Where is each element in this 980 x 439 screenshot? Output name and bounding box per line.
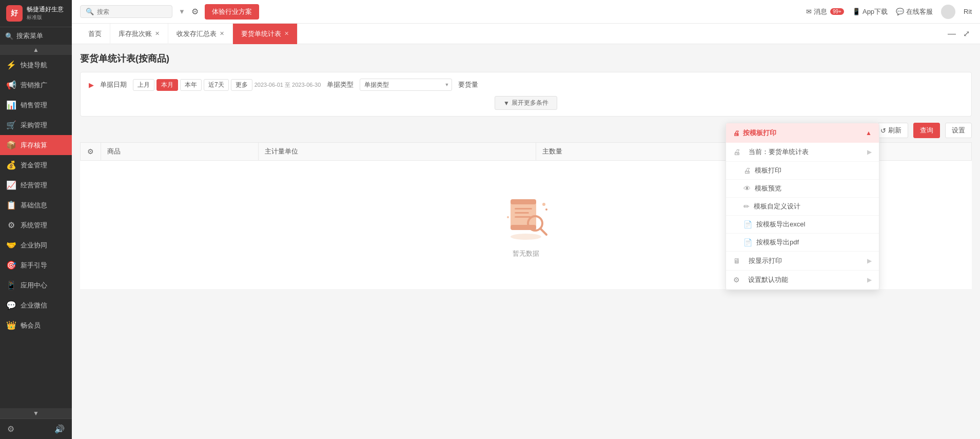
dropdown-section-export-pdf: 📄 按模板导出pdf (726, 234, 879, 252)
template-print-icon: 🖨 (743, 166, 751, 175)
sidebar-item-member[interactable]: 👑 畅会员 (0, 315, 72, 335)
tab-receipt-summary-close[interactable]: ✕ (220, 30, 224, 37)
template-preview-item[interactable]: 👁 模板预览 (726, 180, 879, 197)
current-template-label: 当前：要货单统计表 (749, 147, 809, 157)
expand-more-label: 展开更多条件 (512, 99, 548, 107)
template-export-pdf-icon: 📄 (743, 238, 752, 246)
sidebar-item-quick-nav[interactable]: ⚡ 快捷导航 (0, 55, 72, 75)
online-service-btn[interactable]: 💬 在线客服 (896, 7, 933, 16)
print-dropdown-title: 按模板打印 (743, 128, 776, 138)
sidebar-item-enterprise-wechat[interactable]: 💬 企业微信 (0, 295, 72, 315)
topbar-dropdown-chevron[interactable]: ▼ (179, 8, 185, 15)
app-version: 标准版 (27, 14, 64, 21)
current-template-item[interactable]: 🖨 当前：要货单统计表 ▶ (726, 143, 879, 161)
tab-order-stats[interactable]: 要货单统计表 ✕ (233, 24, 298, 44)
app-center-icon: 📱 (6, 280, 16, 290)
sidebar-item-finance[interactable]: 💰 资金管理 (0, 155, 72, 175)
filter-expand-arrow[interactable]: ▶ (89, 81, 94, 89)
display-print-label: 按显示打印 (749, 256, 782, 265)
tab-inventory-batch[interactable]: 库存批次账 ✕ (110, 24, 168, 44)
tab-order-stats-close[interactable]: ✕ (284, 30, 289, 37)
date-btn-this-month[interactable]: 本月 (156, 79, 178, 91)
template-print-item[interactable]: 🖨 模板打印 (726, 162, 879, 179)
sidebar-scroll-up[interactable]: ▲ (0, 45, 72, 55)
topbar-search-box[interactable]: 🔍 (80, 5, 172, 18)
settings-footer-icon[interactable]: ⚙ (7, 424, 14, 434)
template-export-pdf-item[interactable]: 📄 按模板导出pdf (726, 234, 879, 251)
date-btn-7days[interactable]: 近7天 (204, 79, 229, 91)
tabs-expand-btn[interactable]: ⤢ (961, 27, 972, 41)
sidebar-item-basic-info[interactable]: 📋 基础信息 (0, 195, 72, 215)
message-icon: ✉ (806, 8, 812, 15)
print-dropdown-header-left: 🖨 按模板打印 (733, 128, 776, 138)
member-icon: 👑 (6, 320, 16, 330)
topbar: 🔍 ▼ ⚙ 体验行业方案 ✉ 消息 99+ 📱 App下载 💬 在线客服 Rit (72, 0, 980, 24)
sidebar-item-enterprise[interactable]: 🤝 企业协同 (0, 235, 72, 255)
tab-inventory-batch-close[interactable]: ✕ (155, 30, 160, 37)
sidebar-item-newbie[interactable]: 🎯 新手引导 (0, 255, 72, 275)
dropdown-section-template-custom: ✏ 模板自定义设计 (726, 198, 879, 216)
type-select[interactable]: 单据类型 (360, 79, 452, 91)
tab-inventory-batch-label: 库存批次账 (119, 29, 152, 39)
date-filter-label: 单据日期 (100, 80, 127, 89)
tab-receipt-summary-label: 收发存汇总表 (177, 29, 217, 39)
template-custom-label: 模板自定义设计 (754, 202, 800, 211)
tab-home[interactable]: 首页 (80, 24, 110, 44)
table-col-product: 商品 (101, 143, 259, 161)
topbar-search-input[interactable] (97, 8, 159, 15)
sidebar-scroll-down[interactable]: ▼ (0, 408, 72, 418)
query-btn[interactable]: 查询 (913, 123, 940, 138)
date-buttons-group: 上月 本月 本年 近7天 更多 2023-06-01 至 2023-06-30 (133, 79, 321, 91)
template-custom-icon: ✏ (743, 202, 750, 211)
print-header-icon: 🖨 (733, 129, 740, 137)
operation-icon: 📈 (6, 180, 16, 190)
date-btn-last-month[interactable]: 上月 (133, 79, 154, 91)
page-title: 要货单统计表(按商品) (80, 52, 972, 65)
sidebar-item-operation[interactable]: 📈 经营管理 (0, 175, 72, 195)
dropdown-section-display-print: 🖥 按显示打印 ▶ (726, 252, 879, 271)
print-dropdown-up-chevron[interactable]: ▲ (866, 129, 872, 137)
settings-btn[interactable]: 设置 (945, 123, 972, 138)
sidebar-item-label: 系统管理 (21, 221, 47, 230)
inventory-icon: 📦 (6, 140, 16, 150)
sidebar-item-system[interactable]: ⚙ 系统管理 (0, 215, 72, 235)
trial-btn[interactable]: 体验行业方案 (205, 4, 259, 20)
finance-icon: 💰 (6, 160, 16, 170)
date-btn-more[interactable]: 更多 (231, 79, 252, 91)
filter-panel: ▶ 单据日期 上月 本月 本年 近7天 更多 2023-06-01 至 2023… (80, 72, 972, 117)
display-print-item[interactable]: 🖥 按显示打印 ▶ (726, 252, 879, 270)
username-label: Rit (964, 8, 972, 15)
sidebar-item-purchase[interactable]: 🛒 采购管理 (0, 115, 72, 135)
app-download-btn[interactable]: 📱 App下载 (852, 7, 888, 16)
message-btn[interactable]: ✉ 消息 99+ (806, 7, 844, 16)
sidebar-search[interactable]: 🔍 搜索菜单 (0, 27, 72, 45)
sidebar-item-sales[interactable]: 📊 销售管理 (0, 95, 72, 115)
svg-rect-5 (515, 212, 529, 214)
sidebar-item-marketing[interactable]: 📢 营销推广 (0, 75, 72, 95)
dropdown-section-default-func: ⚙ 设置默认功能 ▶ (726, 271, 879, 290)
template-export-excel-item[interactable]: 📄 按模板导出excel (726, 216, 879, 233)
tab-home-label: 首页 (88, 29, 102, 39)
template-print-label: 模板打印 (755, 166, 781, 175)
sidebar-item-app-center[interactable]: 📱 应用中心 (0, 275, 72, 295)
tabs-minimize-btn[interactable]: — (946, 27, 958, 41)
expand-more-btn[interactable]: ▼ 展开更多条件 (495, 96, 557, 110)
table-col-settings-icon[interactable]: ⚙ (87, 147, 94, 156)
template-preview-label: 模板预览 (755, 184, 781, 193)
sound-footer-icon[interactable]: 🔊 (54, 424, 65, 434)
online-service-label: 在线客服 (906, 7, 933, 16)
topbar-gear-icon[interactable]: ⚙ (191, 7, 199, 16)
user-avatar[interactable] (941, 5, 955, 19)
refresh-icon: ↺ (880, 127, 886, 135)
template-custom-item[interactable]: ✏ 模板自定义设计 (726, 198, 879, 215)
template-export-excel-label: 按模板导出excel (756, 220, 805, 229)
newbie-icon: 🎯 (6, 260, 16, 270)
type-filter-label: 单据类型 (327, 80, 354, 89)
sidebar-item-label: 快捷导航 (21, 61, 47, 70)
sidebar-item-inventory[interactable]: 📦 库存核算 (0, 135, 72, 155)
filter-row: ▶ 单据日期 上月 本月 本年 近7天 更多 2023-06-01 至 2023… (89, 79, 963, 91)
date-btn-this-year[interactable]: 本年 (180, 79, 202, 91)
tab-receipt-summary[interactable]: 收发存汇总表 ✕ (168, 24, 233, 44)
table-col-settings[interactable]: ⚙ (81, 143, 101, 161)
default-func-item[interactable]: ⚙ 设置默认功能 ▶ (726, 271, 879, 289)
